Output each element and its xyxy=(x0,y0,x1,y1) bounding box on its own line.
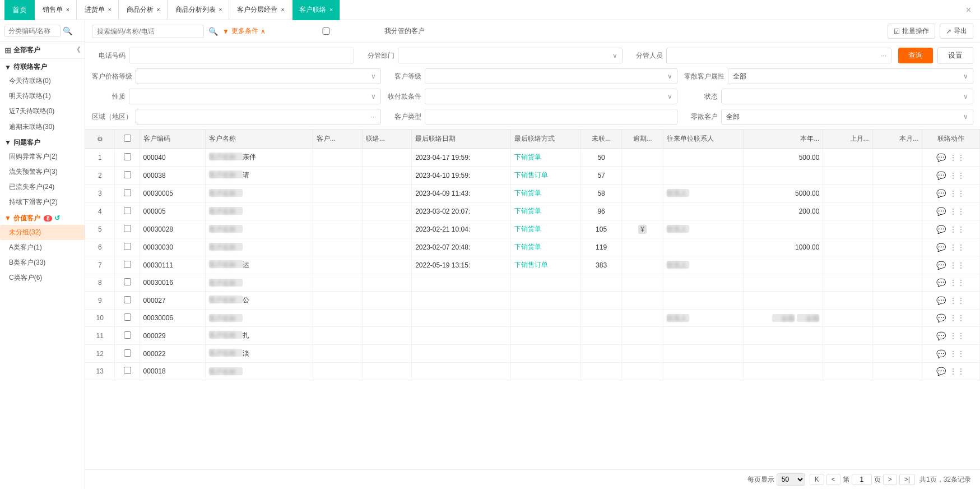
th-this-month[interactable]: 本月... xyxy=(872,130,922,149)
contact-method-link[interactable]: 下销货单 xyxy=(514,207,541,215)
row-checkbox[interactable] xyxy=(124,349,131,357)
th-unlinked[interactable]: 未联... xyxy=(580,130,622,149)
more-action-icon[interactable]: ⋮⋮ xyxy=(949,225,965,234)
manager-input[interactable]: ··· xyxy=(666,48,891,63)
sidebar-item-ungrouped[interactable]: 未分组(32) xyxy=(0,225,85,240)
sidebar-all-customers[interactable]: ⊞ 全部客户 《 xyxy=(0,42,85,59)
th-check[interactable] xyxy=(115,130,140,149)
th-code[interactable]: 客户编码 xyxy=(140,130,206,149)
sidebar-item-churned[interactable]: 已流失客户(24) xyxy=(0,179,85,195)
th-settings[interactable]: ⚙ xyxy=(85,130,115,149)
more-action-icon[interactable]: ⋮⋮ xyxy=(949,331,965,340)
refresh-icon[interactable]: ↺ xyxy=(54,214,60,222)
row-checkbox[interactable] xyxy=(124,261,131,268)
row-checkbox[interactable] xyxy=(124,313,131,321)
close-analysis-list-tab[interactable]: × xyxy=(219,7,222,13)
phone-action-icon[interactable]: 💬 xyxy=(936,243,946,252)
per-page-select[interactable]: 50 20 100 xyxy=(777,473,805,486)
row-checkbox[interactable] xyxy=(124,296,131,303)
more-action-icon[interactable]: ⋮⋮ xyxy=(949,189,965,198)
sidebar-item-tomorrow[interactable]: 明天待联络(1) xyxy=(0,89,85,104)
filter-more-conditions[interactable]: ▼ 更多条件 ∧ xyxy=(222,26,266,36)
more-action-icon[interactable]: ⋮⋮ xyxy=(949,153,965,162)
sidebar-search-icon[interactable]: 🔍 xyxy=(63,26,72,35)
nav-tab-customer-ops[interactable]: 客户分层经营 × xyxy=(230,0,291,20)
th-last-month[interactable]: 上月... xyxy=(823,130,872,149)
filter-search-icon[interactable]: 🔍 xyxy=(208,27,218,36)
nav-home[interactable]: 首页 xyxy=(4,0,35,20)
row-checkbox[interactable] xyxy=(124,278,131,285)
row-checkbox[interactable] xyxy=(124,153,131,160)
payment-input[interactable]: ∨ xyxy=(425,89,677,104)
sidebar-group-pending[interactable]: ▼ 待联络客户 xyxy=(0,59,85,73)
nav-tab-analysis-list[interactable]: 商品分析列表 × xyxy=(169,0,230,20)
close-customer-ops-tab[interactable]: × xyxy=(281,7,284,13)
export-button[interactable]: ↗ 导出 xyxy=(940,24,973,39)
phone-action-icon[interactable]: 💬 xyxy=(936,296,946,305)
phone-action-icon[interactable]: 💬 xyxy=(936,153,946,162)
close-analysis-tab[interactable]: × xyxy=(157,7,160,13)
status-input[interactable]: ∨ xyxy=(721,89,973,104)
phone-action-icon[interactable]: 💬 xyxy=(936,278,946,287)
phone-action-icon[interactable]: 💬 xyxy=(936,189,946,198)
search-input[interactable] xyxy=(92,25,204,38)
sidebar-item-declining[interactable]: 持续下滑客户(2) xyxy=(0,195,85,210)
my-customers-checkbox[interactable]: 我分管的客户 xyxy=(270,26,425,36)
sidebar-item-churn-warning[interactable]: 流失预警客户(3) xyxy=(0,164,85,179)
more-action-icon[interactable]: ⋮⋮ xyxy=(949,349,965,358)
batch-operations-button[interactable]: ☑ 批量操作 xyxy=(888,24,935,39)
more-action-icon[interactable]: ⋮⋮ xyxy=(949,278,965,287)
close-customer-contact-tab[interactable]: × xyxy=(329,7,333,13)
contact-method-link[interactable]: 下销售订单 xyxy=(514,171,548,179)
phone-action-icon[interactable]: 💬 xyxy=(936,349,946,358)
phone-action-icon[interactable]: 💬 xyxy=(936,367,946,376)
row-checkbox[interactable] xyxy=(124,189,131,196)
area-input[interactable]: ··· xyxy=(136,109,381,124)
close-sales-tab[interactable]: × xyxy=(66,7,69,13)
more-action-icon[interactable]: ⋮⋮ xyxy=(949,243,965,252)
th-name[interactable]: 客户名称 xyxy=(206,130,313,149)
th-inter-contact[interactable]: 往来单位联系人 xyxy=(663,130,743,149)
nav-tab-customer-contact[interactable]: 客户联络 × xyxy=(292,0,340,20)
row-checkbox[interactable] xyxy=(124,367,131,374)
contact-method-link[interactable]: 下销货单 xyxy=(514,243,541,251)
select-all-checkbox[interactable] xyxy=(124,135,131,142)
nature-input[interactable]: ∨ xyxy=(129,89,381,104)
row-checkbox[interactable] xyxy=(124,171,131,178)
phone-action-icon[interactable]: 💬 xyxy=(936,331,946,340)
more-action-icon[interactable]: ⋮⋮ xyxy=(949,296,965,305)
th-contact[interactable]: 联络... xyxy=(362,130,411,149)
sidebar-item-class-c[interactable]: C类客户(6) xyxy=(0,270,85,285)
sidebar-item-overdue[interactable]: 逾期未联络(30) xyxy=(0,119,85,135)
th-type[interactable]: 客户... xyxy=(313,130,362,149)
customer-type-input[interactable] xyxy=(425,109,677,124)
phone-input[interactable] xyxy=(129,48,354,63)
th-year-amount[interactable]: 本年... xyxy=(743,130,823,149)
phone-action-icon[interactable]: 💬 xyxy=(936,225,946,234)
more-action-icon[interactable]: ⋮⋮ xyxy=(949,261,965,270)
customer-level-input[interactable]: ∨ xyxy=(425,68,677,84)
reset-button[interactable]: 设置 xyxy=(937,47,973,64)
next-page-button[interactable]: > xyxy=(883,474,897,485)
contact-method-link[interactable]: 下销售订单 xyxy=(514,261,548,269)
query-button[interactable]: 查询 xyxy=(898,48,933,63)
contact-method-link[interactable]: 下销货单 xyxy=(514,225,541,233)
row-checkbox[interactable] xyxy=(124,331,131,339)
contact-method-link[interactable]: 下销货单 xyxy=(514,153,541,161)
phone-action-icon[interactable]: 💬 xyxy=(936,171,946,180)
price-level-input[interactable]: ∨ xyxy=(136,68,381,84)
sidebar-item-today[interactable]: 今天待联络(0) xyxy=(0,73,85,89)
dept-input[interactable]: ∨ xyxy=(398,48,623,63)
area-more-icon[interactable]: ··· xyxy=(370,113,376,121)
close-purchase-tab[interactable]: × xyxy=(108,7,112,13)
phone-action-icon[interactable]: 💬 xyxy=(936,261,946,270)
phone-action-icon[interactable]: 💬 xyxy=(936,207,946,216)
th-last-date[interactable]: 最后联络日期 xyxy=(412,130,511,149)
more-action-icon[interactable]: ⋮⋮ xyxy=(949,313,965,322)
sidebar-item-7days[interactable]: 近7天待联络(0) xyxy=(0,104,85,119)
row-checkbox[interactable] xyxy=(124,225,131,232)
close-all-tabs[interactable]: × xyxy=(962,5,976,15)
sidebar-group-problem[interactable]: ▼ 问题客户 xyxy=(0,135,85,149)
my-customers-check[interactable] xyxy=(270,27,382,35)
row-checkbox[interactable] xyxy=(124,243,131,250)
